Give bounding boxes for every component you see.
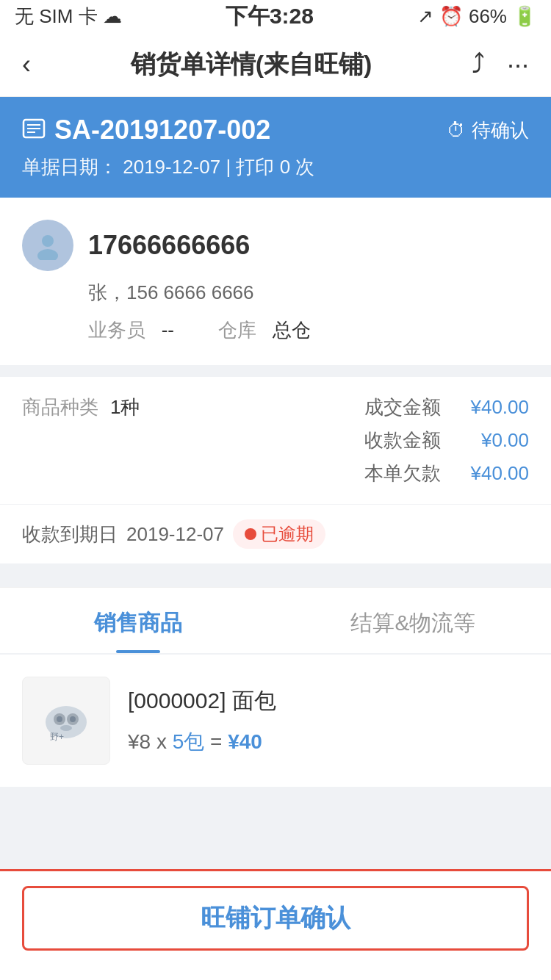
owed-label: 本单欠款	[364, 461, 441, 486]
customer-name: 张，156 6666 6666	[88, 280, 529, 306]
order-icon	[22, 115, 46, 145]
sim-label: 无 SIM 卡 ☁	[15, 4, 122, 29]
status-time: 下午3:28	[226, 1, 314, 32]
product-qty: 5包	[173, 730, 205, 753]
product-type-value: 1种	[110, 394, 140, 420]
more-button[interactable]: ···	[507, 49, 529, 80]
product-total: ¥40	[228, 730, 262, 753]
amount-value: ¥40.00	[455, 396, 529, 419]
due-date-label: 收款到期日	[22, 522, 118, 547]
product-item: 野+ [0000002] 面包 ¥8 x 5包 = ¥40	[0, 655, 551, 787]
tab-bar: 销售商品 结算&物流等	[0, 587, 551, 653]
status-right: ↗ ⏰ 66% 🔋	[417, 5, 536, 28]
nav-bar: ‹ 销货单详情(来自旺铺) ⤴ ···	[0, 32, 551, 97]
tab-sales-products[interactable]: 销售商品	[0, 588, 276, 653]
order-number: SA-20191207-002	[22, 115, 270, 145]
customer-phone: 17666666666	[88, 230, 250, 261]
battery-icon: 🔋	[513, 5, 536, 28]
date-label: 单据日期：	[22, 156, 118, 178]
svg-point-9	[57, 716, 62, 722]
customer-meta: 业务员 -- 仓库 总仓	[88, 317, 529, 343]
warehouse-field: 仓库 总仓	[218, 317, 311, 343]
nav-right-actions: ⤴ ···	[472, 49, 529, 80]
summary-section: 商品种类 1种 成交金额 ¥40.00 收款金额 ¥0.00 本单欠款 ¥40.…	[0, 377, 551, 504]
warehouse-label: 仓库	[218, 319, 256, 341]
order-date-line: 单据日期： 2019-12-07 | 打印 0 次	[22, 154, 529, 180]
back-button[interactable]: ‹	[22, 49, 31, 80]
amounts-block: 成交金额 ¥40.00 收款金额 ¥0.00 本单欠款 ¥40.00	[364, 394, 529, 486]
equals-sign: =	[210, 730, 228, 753]
location-icon: ↗	[417, 5, 433, 28]
order-status: ⏱ 待确认	[447, 118, 529, 143]
due-date-section: 收款到期日 2019-12-07 已逾期	[0, 504, 551, 563]
confirm-button-container: 旺铺订单确认	[0, 869, 551, 980]
product-code: [0000002]	[128, 688, 226, 713]
order-status-text: 待确认	[472, 118, 529, 143]
svg-text:野+: 野+	[50, 732, 64, 742]
amount-label: 成交金额	[364, 394, 441, 420]
confirm-order-button[interactable]: 旺铺订单确认	[22, 886, 529, 951]
warehouse-value: 总仓	[273, 319, 311, 341]
status-left: 无 SIM 卡 ☁	[15, 4, 122, 29]
share-button[interactable]: ⤴	[472, 49, 485, 80]
order-number-text: SA-20191207-002	[54, 115, 270, 145]
due-date-value: 2019-12-07	[126, 523, 224, 546]
sales-value: --	[162, 319, 174, 341]
svg-point-4	[42, 235, 54, 247]
status-clock-icon: ⏱	[447, 119, 466, 142]
overdue-badge: 已逾期	[233, 519, 325, 549]
divider-1	[0, 365, 551, 377]
product-name: [0000002] 面包	[128, 686, 529, 716]
customer-section: 17666666666 张，156 6666 6666 业务员 -- 仓库 总仓	[0, 198, 551, 365]
customer-avatar	[22, 220, 73, 271]
sales-label: 业务员	[88, 319, 145, 341]
svg-point-5	[37, 249, 58, 260]
order-date-value: 2019-12-07	[123, 156, 220, 178]
overdue-text: 已逾期	[261, 522, 314, 546]
product-name-text: 面包	[232, 688, 276, 713]
status-bar: 无 SIM 卡 ☁ 下午3:28 ↗ ⏰ 66% 🔋	[0, 0, 551, 32]
product-list: 野+ [0000002] 面包 ¥8 x 5包 = ¥40	[0, 655, 551, 787]
tab-sales-label: 销售商品	[94, 610, 182, 635]
order-header-card: SA-20191207-002 ⏱ 待确认 单据日期： 2019-12-07 |…	[0, 97, 551, 198]
overdue-icon	[245, 528, 256, 540]
product-type-label: 商品种类	[22, 394, 98, 420]
battery-label: 66%	[469, 5, 507, 28]
alarm-icon: ⏰	[439, 5, 463, 28]
page-title: 销货单详情(来自旺铺)	[131, 48, 372, 82]
product-type-field: 商品种类 1种	[22, 394, 140, 420]
owed-value: ¥40.00	[455, 462, 529, 485]
product-price: ¥8 x 5包 = ¥40	[128, 728, 529, 756]
sales-field: 业务员 --	[88, 317, 174, 343]
divider-2	[0, 563, 551, 575]
received-value: ¥0.00	[455, 429, 529, 452]
svg-point-10	[70, 716, 76, 722]
tab-settlement[interactable]: 结算&物流等	[276, 588, 551, 653]
svg-point-11	[60, 725, 72, 731]
price-label: ¥8 x	[128, 730, 173, 753]
received-label: 收款金额	[364, 428, 441, 453]
product-details: [0000002] 面包 ¥8 x 5包 = ¥40	[128, 686, 529, 756]
tab-settlement-label: 结算&物流等	[350, 610, 475, 635]
print-info: | 打印 0 次	[226, 156, 314, 178]
product-thumbnail: 野+	[22, 677, 110, 765]
